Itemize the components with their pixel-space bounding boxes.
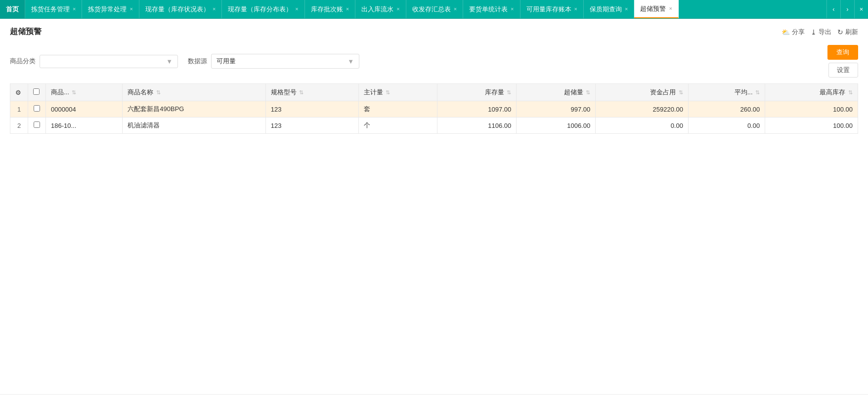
nav-close-all-button[interactable]: ×: [854, 0, 868, 19]
nav-item-close-icon[interactable]: ×: [625, 6, 628, 12]
column-capital[interactable]: 资金占用 ⇅: [596, 84, 689, 101]
nav-item-拣货任务管理[interactable]: 拣货任务管理×: [25, 0, 82, 18]
nav-item-close-icon[interactable]: ×: [213, 6, 216, 12]
sort-icon-maxstock: ⇅: [848, 89, 853, 95]
row-spec: 123: [265, 118, 358, 134]
select-all-checkbox[interactable]: [33, 88, 40, 95]
nav-item-label: 出入库流水: [361, 5, 393, 14]
row-maxstock: 100.00: [765, 118, 858, 134]
column-settings-icon[interactable]: ⚙: [10, 84, 28, 101]
table-row: 1 0000004 六配套新昌490BPG 123 套 1097.00 997.…: [10, 101, 858, 118]
row-capital: 259220.00: [596, 101, 689, 118]
gear-icon: ⚙: [15, 89, 21, 96]
category-label: 商品分类: [10, 57, 36, 66]
row-checkbox[interactable]: [34, 121, 40, 128]
row-maxstock: 100.00: [765, 101, 858, 118]
row-number: 1: [10, 101, 28, 118]
query-button[interactable]: 查询: [827, 45, 858, 60]
nav-item-收发存汇总表[interactable]: 收发存汇总表×: [406, 0, 463, 18]
category-dropdown-icon: ▼: [166, 58, 173, 65]
column-overflow[interactable]: 超储量 ⇅: [517, 84, 596, 101]
nav-item-要货单统计表[interactable]: 要货单统计表×: [463, 0, 520, 18]
column-name[interactable]: 商品名称 ⇅: [123, 84, 266, 101]
nav-item-close-icon[interactable]: ×: [346, 6, 349, 12]
page-header: 超储预警 ⛅ 分享 ⤓ 导出 ↻ 刷新: [10, 27, 858, 37]
nav-item-拣货异常处理[interactable]: 拣货异常处理×: [82, 0, 139, 18]
nav-item-保质期查询[interactable]: 保质期查询×: [584, 0, 634, 18]
table-row: 2 186-10... 机油滤清器 123 个 1106.00 1006.00 …: [10, 118, 858, 134]
sort-icon-unit: ⇅: [386, 89, 390, 95]
nav-item-close-icon[interactable]: ×: [574, 6, 577, 12]
share-icon: ⛅: [781, 28, 790, 36]
sort-icon-avg: ⇅: [755, 89, 760, 95]
header-actions: ⛅ 分享 ⤓ 导出 ↻ 刷新: [781, 28, 858, 37]
nav-item-label: 超储预警: [640, 4, 666, 13]
top-navigation: 首页拣货任务管理×拣货异常处理×现存量（库存状况表）×现存量（库存分布表）×库存…: [0, 0, 868, 19]
row-number: 2: [10, 118, 28, 134]
column-stock[interactable]: 库存量 ⇅: [437, 84, 517, 101]
row-overflow: 997.00: [517, 101, 596, 118]
row-overflow: 1006.00: [517, 118, 596, 134]
nav-item-label: 拣货任务管理: [31, 5, 70, 14]
filter-buttons: 查询 设置: [827, 45, 858, 78]
refresh-button[interactable]: ↻ 刷新: [837, 28, 858, 37]
nav-item-close-icon[interactable]: ×: [454, 6, 457, 12]
nav-item-label: 现存量（库存分布表）: [228, 5, 292, 14]
nav-item-出入库流水[interactable]: 出入库流水×: [355, 0, 406, 18]
nav-item-库存批次账[interactable]: 库存批次账×: [305, 0, 355, 18]
datasource-select[interactable]: 可用量 ▼: [211, 54, 359, 69]
datasource-label: 数据源: [188, 57, 207, 66]
share-button[interactable]: ⛅ 分享: [781, 28, 805, 37]
row-checkbox[interactable]: [34, 105, 40, 112]
nav-item-首页[interactable]: 首页: [0, 0, 25, 18]
nav-item-close-icon[interactable]: ×: [669, 6, 672, 11]
nav-next-button[interactable]: ›: [840, 0, 854, 19]
sort-icon-overflow: ⇅: [586, 89, 590, 95]
page-title: 超储预警: [10, 27, 42, 37]
nav-item-label: 首页: [6, 5, 19, 14]
nav-item-label: 库存批次账: [311, 5, 343, 14]
datasource-select-value: 可用量: [217, 57, 236, 66]
row-name: 机油滤清器: [123, 118, 266, 134]
nav-item-label: 保质期查询: [590, 5, 622, 14]
row-spec: 123: [265, 101, 358, 118]
category-select[interactable]: ▼: [40, 55, 178, 68]
nav-prev-button[interactable]: ‹: [826, 0, 840, 19]
sort-icon-code: ⇅: [72, 89, 76, 95]
row-avg: 260.00: [688, 101, 765, 118]
nav-item-close-icon[interactable]: ×: [396, 6, 399, 12]
nav-item-现存量（库存状况表）[interactable]: 现存量（库存状况表）×: [139, 0, 222, 18]
row-stock: 1106.00: [437, 118, 517, 134]
nav-item-现存量（库存分布表）[interactable]: 现存量（库存分布表）×: [222, 0, 304, 18]
refresh-icon: ↻: [837, 28, 843, 36]
nav-item-close-icon[interactable]: ×: [295, 6, 298, 12]
nav-item-label: 收发存汇总表: [412, 5, 451, 14]
column-spec[interactable]: 规格型号 ⇅: [265, 84, 358, 101]
export-button[interactable]: ⤓ 导出: [811, 28, 831, 37]
sort-icon-capital: ⇅: [679, 89, 683, 95]
datasource-filter-group: 数据源 可用量 ▼: [188, 54, 359, 69]
nav-item-close-icon[interactable]: ×: [73, 6, 76, 12]
row-name: 六配套新昌490BPG: [123, 101, 266, 118]
column-code[interactable]: 商品... ⇅: [46, 84, 123, 101]
nav-item-label: 要货单统计表: [469, 5, 508, 14]
settings-button[interactable]: 设置: [828, 63, 858, 78]
datasource-dropdown-icon: ▼: [347, 58, 354, 65]
sort-icon-name: ⇅: [156, 89, 161, 95]
row-capital: 0.00: [596, 118, 689, 134]
nav-item-close-icon[interactable]: ×: [511, 6, 514, 12]
nav-item-可用量库存账本[interactable]: 可用量库存账本×: [521, 0, 584, 18]
main-content: 超储预警 ⛅ 分享 ⤓ 导出 ↻ 刷新 商品分类 ▼ 数据源: [0, 19, 868, 394]
nav-item-label: 可用量库存账本: [526, 5, 571, 14]
column-maxstock[interactable]: 最高库存 ⇅: [765, 84, 858, 101]
row-checkbox-cell: [28, 118, 46, 134]
nav-item-close-icon[interactable]: ×: [130, 6, 132, 12]
nav-item-超储预警[interactable]: 超储预警×: [634, 0, 678, 18]
row-checkbox-cell: [28, 101, 46, 118]
column-avg[interactable]: 平均... ⇅: [688, 84, 765, 101]
column-select-all[interactable]: [28, 84, 46, 101]
row-avg: 0.00: [688, 118, 765, 134]
row-code: 186-10...: [46, 118, 123, 134]
column-unit[interactable]: 主计量 ⇅: [358, 84, 437, 101]
category-filter-group: 商品分类 ▼: [10, 55, 178, 68]
